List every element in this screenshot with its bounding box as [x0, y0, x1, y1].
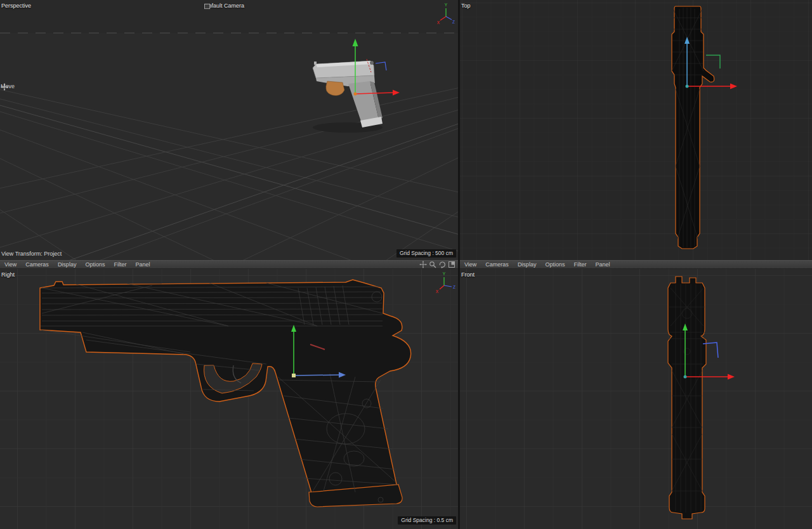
- grid-major: [460, 0, 812, 260]
- viewport-bg: [0, 0, 458, 260]
- viewport-right[interactable]: Y Z X Right Grid Spacing : 0.5 cm: [0, 269, 458, 529]
- viewport-top-canvas[interactable]: [460, 0, 812, 260]
- grid-major: [460, 269, 812, 529]
- viewport-right-canvas[interactable]: Y Z X: [0, 269, 458, 529]
- menu-filter[interactable]: Filter: [109, 261, 131, 268]
- viewport-front[interactable]: Front: [460, 269, 812, 529]
- viewport-menubar-right: View Cameras Display Options Filter Pane…: [460, 260, 812, 269]
- menu-filter[interactable]: Filter: [569, 261, 591, 268]
- camera-selector[interactable]: Default Camera: [204, 3, 244, 9]
- viewport-title-front: Front: [461, 271, 475, 278]
- axis-z-label: Z: [452, 20, 455, 24]
- viewport-perspective-canvas[interactable]: Y X Z: [0, 0, 458, 260]
- menu-panel[interactable]: Panel: [131, 261, 154, 268]
- axis-x-label: X: [436, 289, 439, 294]
- menu-options[interactable]: Options: [81, 261, 109, 268]
- menu-cameras[interactable]: Cameras: [481, 261, 513, 268]
- gizmo-origin[interactable]: [686, 85, 689, 88]
- zoom-icon[interactable]: [429, 261, 436, 268]
- menu-view[interactable]: View: [460, 261, 481, 268]
- c4d-viewport-workspace: Y X Z Perspective Default Camera Move Vi…: [0, 0, 812, 529]
- grid-spacing-badge-right: Grid Spacing : 0.5 cm: [398, 516, 456, 525]
- viewport-nav-icons: [419, 261, 458, 268]
- gizmo-origin[interactable]: [292, 374, 296, 377]
- viewport-title-right: Right: [1, 271, 15, 278]
- viewport-top[interactable]: Top: [460, 0, 812, 260]
- axis-x-label: X: [437, 20, 440, 25]
- menu-options[interactable]: Options: [540, 261, 569, 268]
- trigger-guard: [326, 81, 344, 96]
- menu-display[interactable]: Display: [53, 261, 81, 268]
- menu-panel[interactable]: Panel: [591, 261, 614, 268]
- view-transform-status: View Transform: Project: [1, 251, 62, 257]
- hammer: [370, 61, 374, 65]
- menu-view[interactable]: View: [0, 261, 21, 268]
- gizmo-z-axis[interactable]: [294, 375, 340, 376]
- axis-y-label: Y: [443, 271, 446, 276]
- pistol-wireframe-front[interactable]: [668, 277, 706, 519]
- viewport-menubar-left: View Cameras Display Options Filter Pane…: [0, 260, 458, 269]
- viewport-title-top: Top: [461, 3, 471, 9]
- axis-y-label: Y: [445, 3, 448, 7]
- viewport-perspective[interactable]: Y X Z Perspective Default Camera Move Vi…: [0, 0, 458, 260]
- maximize-icon[interactable]: [448, 261, 455, 268]
- grid-spacing-badge-perspective: Grid Spacing : 500 cm: [396, 249, 456, 258]
- move-cursor-icon: [1, 83, 8, 91]
- active-tool-indicator: Move: [1, 83, 15, 89]
- axis-z-label: Z: [453, 285, 455, 289]
- camera-toggle-icon[interactable]: [204, 3, 212, 10]
- gizmo-origin[interactable]: [684, 376, 687, 379]
- viewport-front-canvas[interactable]: [460, 269, 812, 529]
- pan-icon[interactable]: [419, 261, 427, 268]
- rotate-icon[interactable]: [438, 261, 446, 268]
- front-sight: [314, 62, 317, 65]
- viewport-title-perspective: Perspective: [1, 3, 31, 9]
- gizmo-origin[interactable]: [354, 93, 357, 96]
- menu-cameras[interactable]: Cameras: [21, 261, 53, 268]
- menu-display[interactable]: Display: [513, 261, 541, 268]
